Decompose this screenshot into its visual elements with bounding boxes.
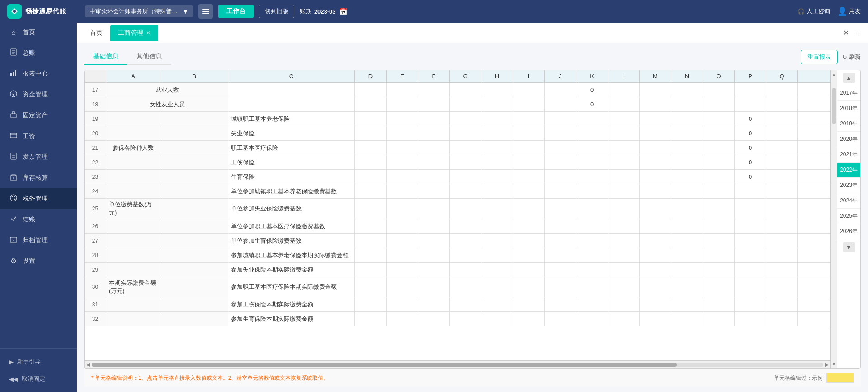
cell-18-p[interactable]	[735, 97, 766, 111]
cell-18-n[interactable]	[671, 97, 703, 111]
cell-21-m[interactable]	[640, 141, 671, 155]
cell-31-d[interactable]	[355, 297, 387, 311]
cell-20-a[interactable]	[106, 126, 160, 140]
cell-20-d[interactable]	[355, 126, 387, 140]
cell-19-p[interactable]: 0	[735, 112, 766, 126]
cell-21-j[interactable]	[545, 141, 576, 155]
cell-31-p[interactable]	[735, 297, 766, 311]
cell-30-h[interactable]	[481, 277, 513, 297]
cell-29-b[interactable]	[160, 263, 228, 277]
cell-25-o[interactable]	[703, 199, 735, 219]
user-item[interactable]: 👤 用友	[837, 6, 861, 16]
cell-28-l[interactable]	[608, 248, 640, 262]
cell-30-p[interactable]	[735, 277, 766, 297]
cell-24-n[interactable]	[671, 184, 703, 198]
cell-29-l[interactable]	[608, 263, 640, 277]
cell-24-k[interactable]	[576, 184, 608, 198]
cell-30-f[interactable]	[418, 277, 450, 297]
cell-25-k[interactable]	[576, 199, 608, 219]
cell-17-k[interactable]: 0	[576, 83, 608, 97]
cell-23-o[interactable]	[703, 170, 735, 184]
hscroll-thumb[interactable]	[92, 363, 677, 367]
cell-27-i[interactable]	[513, 234, 545, 248]
cell-26-n[interactable]	[671, 219, 703, 233]
cell-20-h[interactable]	[481, 126, 513, 140]
cell-27-h[interactable]	[481, 234, 513, 248]
cell-18-f[interactable]	[418, 97, 450, 111]
cell-30-k[interactable]	[576, 277, 608, 297]
sub-tab-basic[interactable]: 基础信息	[84, 49, 127, 65]
hscroll-left-arrow[interactable]: ◀	[86, 362, 90, 367]
cell-24-g[interactable]	[450, 184, 481, 198]
cell-29-o[interactable]	[703, 263, 735, 277]
cell-23-q[interactable]	[766, 170, 798, 184]
cell-30-o[interactable]	[703, 277, 735, 297]
cell-27-d[interactable]	[355, 234, 387, 248]
cell-26-m[interactable]	[640, 219, 671, 233]
cell-27-o[interactable]	[703, 234, 735, 248]
year-item-2017[interactable]: 2017年	[837, 86, 860, 101]
cell-19-k[interactable]	[576, 112, 608, 126]
year-up-button[interactable]: ▲	[843, 73, 855, 83]
cell-25-g[interactable]	[450, 199, 481, 219]
cell-22-i[interactable]	[513, 155, 545, 169]
cell-31-o[interactable]	[703, 297, 735, 311]
cell-26-b[interactable]	[160, 219, 228, 233]
cell-32-g[interactable]	[450, 312, 481, 326]
cell-32-m[interactable]	[640, 312, 671, 326]
cell-21-q[interactable]	[766, 141, 798, 155]
cell-24-c[interactable]: 单位参加城镇职工基本养老保险缴费基数	[228, 184, 355, 198]
cell-27-f[interactable]	[418, 234, 450, 248]
cell-20-f[interactable]	[418, 126, 450, 140]
cell-32-l[interactable]	[608, 312, 640, 326]
cell-25-n[interactable]	[671, 199, 703, 219]
cell-25-m[interactable]	[640, 199, 671, 219]
cell-32-p[interactable]	[735, 312, 766, 326]
cell-22-e[interactable]	[387, 155, 418, 169]
cell-24-a[interactable]	[106, 184, 160, 198]
cell-26-q[interactable]	[766, 219, 798, 233]
cell-30-c[interactable]: 参加职工基本医疗保险本期实际缴费金额	[228, 277, 355, 297]
cell-24-m[interactable]	[640, 184, 671, 198]
year-item-2025[interactable]: 2025年	[837, 209, 860, 224]
cell-31-i[interactable]	[513, 297, 545, 311]
cell-31-e[interactable]	[387, 297, 418, 311]
cell-25-f[interactable]	[418, 199, 450, 219]
sidebar-item-settings[interactable]: ⚙ 设置	[0, 251, 77, 271]
cell-19-j[interactable]	[545, 112, 576, 126]
cell-27-m[interactable]	[640, 234, 671, 248]
cell-24-f[interactable]	[418, 184, 450, 198]
cell-22-f[interactable]	[418, 155, 450, 169]
cell-26-p[interactable]	[735, 219, 766, 233]
cell-27-e[interactable]	[387, 234, 418, 248]
cell-27-c[interactable]: 单位参加生育保险缴费基数	[228, 234, 355, 248]
refresh-button[interactable]: ↻ 刷新	[842, 53, 861, 61]
cell-23-k[interactable]	[576, 170, 608, 184]
cell-20-m[interactable]	[640, 126, 671, 140]
sidebar-item-closing[interactable]: 结账	[0, 209, 77, 230]
cell-22-b[interactable]	[160, 155, 228, 169]
year-item-2020[interactable]: 2020年	[837, 132, 860, 147]
cell-18-q[interactable]	[766, 97, 798, 111]
cell-20-e[interactable]	[387, 126, 418, 140]
sidebar-item-asset[interactable]: 固定资产	[0, 105, 77, 126]
calendar-icon[interactable]: 📅	[339, 7, 348, 16]
cell-31-m[interactable]	[640, 297, 671, 311]
cell-31-g[interactable]	[450, 297, 481, 311]
cell-24-d[interactable]	[355, 184, 387, 198]
cell-29-e[interactable]	[387, 263, 418, 277]
cell-26-g[interactable]	[450, 219, 481, 233]
cell-19-c[interactable]: 城镇职工基本养老保险	[228, 112, 355, 126]
sidebar-item-archive[interactable]: 归档管理	[0, 230, 77, 251]
cell-22-p[interactable]: 0	[735, 155, 766, 169]
cell-17-ab[interactable]: 从业人数	[106, 83, 228, 97]
cell-17-c[interactable]	[228, 83, 355, 97]
cell-22-o[interactable]	[703, 155, 735, 169]
cell-21-l[interactable]	[608, 141, 640, 155]
cell-24-b[interactable]	[160, 184, 228, 198]
cell-25-e[interactable]	[387, 199, 418, 219]
cell-21-c[interactable]: 职工基本医疗保险	[228, 141, 355, 155]
cell-28-p[interactable]	[735, 248, 766, 262]
cell-17-q[interactable]	[766, 83, 798, 97]
cell-30-d[interactable]	[355, 277, 387, 297]
